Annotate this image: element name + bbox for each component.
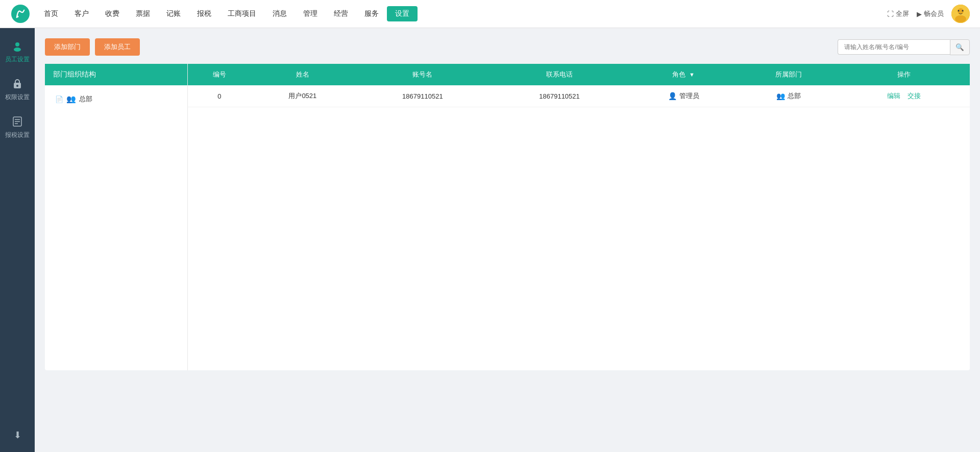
nav-manage[interactable]: 管理 — [295, 6, 326, 21]
col-id: 编号 — [188, 64, 251, 85]
role-filter-icon[interactable]: ▼ — [689, 72, 695, 78]
dept-tree-item-root[interactable]: 📄 👥 总部 — [50, 90, 182, 108]
sidebar-item-tax-settings[interactable]: 报税设置 — [0, 109, 35, 147]
cell-action: 编辑 交接 — [838, 85, 970, 107]
cell-phone: 18679110521 — [491, 85, 628, 107]
sidebar-item-employee-label: 员工设置 — [5, 55, 30, 64]
col-role: 角色 ▼ — [628, 64, 739, 85]
nav-message[interactable]: 消息 — [264, 6, 295, 21]
dept-tree-header: 部门组织结构 — [45, 64, 187, 85]
table-body: 0 用户0521 18679110521 18679110521 👤 管理员 — [188, 85, 970, 107]
dept-value: 总部 — [788, 91, 801, 101]
cell-role: 👤 管理员 — [628, 85, 739, 107]
nav-service[interactable]: 服务 — [356, 6, 387, 21]
member-label: 畅会员 — [924, 9, 944, 18]
svg-point-8 — [14, 47, 21, 52]
search-button[interactable]: 🔍 — [950, 39, 970, 55]
cell-name: 用户0521 — [251, 85, 354, 107]
logo — [5, 5, 36, 23]
nav-right-actions: ⛶ 全屏 ▶ 畅会员 — [887, 5, 970, 23]
employee-icon — [12, 40, 23, 53]
edit-link[interactable]: 编辑 — [887, 92, 900, 100]
top-navigation: 首页 客户 收费 票据 记账 报税 工商项目 消息 管理 经营 服务 设置 ⛶ … — [0, 0, 980, 28]
svg-point-4 — [955, 15, 966, 22]
member-icon: ▶ — [917, 10, 922, 18]
role-value: 管理员 — [679, 91, 699, 101]
search-input[interactable] — [838, 39, 950, 55]
cell-id: 0 — [188, 85, 251, 107]
download-icon: ⬇ — [14, 431, 21, 440]
dept-user-icon-row: 👥 — [776, 92, 785, 100]
search-box: 🔍 — [838, 39, 970, 55]
fullscreen-icon: ⛶ — [887, 10, 894, 18]
transfer-link[interactable]: 交接 — [908, 92, 921, 100]
nav-industry[interactable]: 工商项目 — [219, 6, 264, 21]
nav-tax[interactable]: 报税 — [189, 6, 219, 21]
sidebar-item-permission-label: 权限设置 — [5, 93, 30, 102]
col-name: 姓名 — [251, 64, 354, 85]
dept-file-icon: 📄 — [55, 96, 63, 103]
cell-account: 18679110521 — [354, 85, 491, 107]
col-dept: 所属部门 — [739, 64, 838, 85]
fullscreen-button[interactable]: ⛶ 全屏 — [887, 9, 909, 18]
role-user-icon: 👤 — [668, 92, 677, 100]
lock-icon — [12, 78, 22, 91]
dept-tree-body: 📄 👥 总部 — [45, 85, 187, 113]
table-row: 0 用户0521 18679110521 18679110521 👤 管理员 — [188, 85, 970, 107]
main-layout: 员工设置 权限设置 报税设置 — [0, 28, 980, 452]
sidebar-bottom: ⬇ — [0, 423, 35, 452]
col-action: 操作 — [838, 64, 970, 85]
member-button[interactable]: ▶ 畅会员 — [917, 9, 944, 18]
svg-point-10 — [16, 85, 18, 87]
avatar[interactable] — [951, 5, 970, 23]
col-account: 账号名 — [354, 64, 491, 85]
dept-tree: 部门组织结构 📄 👥 总部 — [45, 64, 188, 370]
nav-bookkeeping[interactable]: 记账 — [158, 6, 189, 21]
svg-point-5 — [958, 10, 960, 12]
nav-operation[interactable]: 经营 — [326, 6, 356, 21]
col-phone: 联系电话 — [491, 64, 628, 85]
nav-items: 首页 客户 收费 票据 记账 报税 工商项目 消息 管理 经营 服务 设置 — [36, 6, 887, 21]
nav-invoice[interactable]: 票据 — [128, 6, 158, 21]
svg-point-7 — [15, 42, 19, 46]
employee-table: 编号 姓名 账号名 联系电话 角色 ▼ 所属部门 操作 — [188, 64, 970, 370]
search-icon: 🔍 — [955, 43, 964, 51]
dept-item-label: 总部 — [79, 94, 92, 104]
sidebar-item-tax-label: 报税设置 — [5, 131, 30, 139]
cell-dept: 👥 总部 — [739, 85, 838, 107]
nav-home[interactable]: 首页 — [36, 6, 66, 21]
add-dept-button[interactable]: 添加部门 — [45, 38, 90, 56]
main-panel: 部门组织结构 📄 👥 总部 编号 姓名 账号名 — [45, 64, 970, 370]
sidebar-item-permission[interactable]: 权限设置 — [0, 71, 35, 109]
employees-data-table: 编号 姓名 账号名 联系电话 角色 ▼ 所属部门 操作 — [188, 64, 970, 107]
svg-point-0 — [11, 5, 30, 23]
svg-point-6 — [962, 10, 964, 12]
sidebar-download[interactable]: ⬇ — [0, 423, 35, 447]
toolbar: 添加部门 添加员工 🔍 — [45, 38, 970, 56]
tax-settings-icon — [12, 116, 23, 129]
fullscreen-label: 全屏 — [896, 9, 909, 18]
col-role-label: 角色 — [672, 70, 685, 78]
table-header: 编号 姓名 账号名 联系电话 角色 ▼ 所属部门 操作 — [188, 64, 970, 85]
sidebar-item-employee[interactable]: 员工设置 — [0, 33, 35, 71]
svg-point-1 — [17, 16, 19, 18]
content-area: 添加部门 添加员工 🔍 部门组织结构 📄 👥 总部 — [35, 28, 980, 452]
nav-settings[interactable]: 设置 — [387, 6, 418, 21]
sidebar: 员工设置 权限设置 报税设置 — [0, 28, 35, 452]
dept-user-icon: 👥 — [66, 94, 76, 104]
nav-customer[interactable]: 客户 — [66, 6, 97, 21]
add-employee-button[interactable]: 添加员工 — [95, 38, 140, 56]
nav-charge[interactable]: 收费 — [97, 6, 128, 21]
